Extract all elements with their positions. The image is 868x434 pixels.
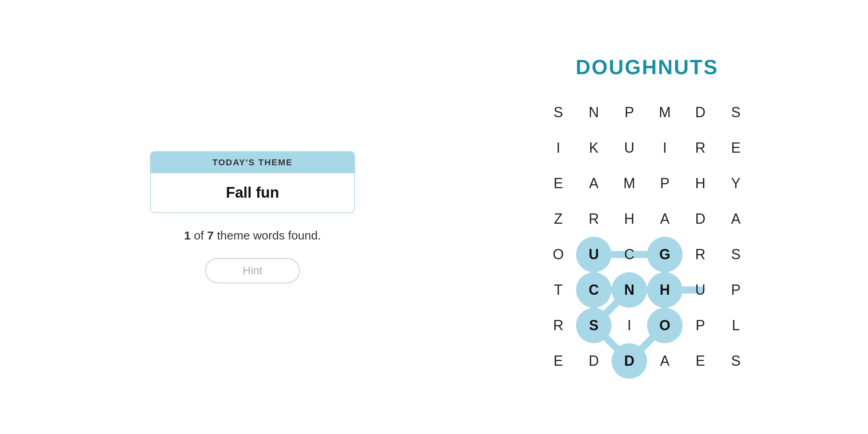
theme-box: TODAY'S THEME Fall fun [150,151,355,213]
theme-value: Fall fun [151,173,354,212]
grid-cell[interactable]: K [576,130,612,166]
grid-cell[interactable]: A [576,166,612,201]
grid-cell[interactable]: I [647,130,683,166]
grid-cell[interactable]: A [718,201,754,237]
grid-cell[interactable]: D [612,343,647,379]
grid-cell[interactable]: H [683,166,718,201]
grid-cell[interactable]: C [576,272,612,308]
grid-cell[interactable]: E [541,343,576,379]
app-container: TODAY'S THEME Fall fun 1 of 7 theme word… [39,39,829,395]
grid-cell[interactable]: A [647,343,683,379]
found-total: 7 [207,229,214,242]
grid-cell[interactable]: H [647,272,683,308]
grid-cell[interactable]: H [612,201,647,237]
grid-cell[interactable]: S [718,237,754,272]
grid-cell[interactable]: T [541,272,576,308]
grid-cell[interactable]: I [541,130,576,166]
theme-header: TODAY'S THEME [151,152,354,173]
found-count: 1 [184,229,191,242]
grid-cell[interactable]: P [612,95,647,130]
grid-cell[interactable]: Z [541,201,576,237]
grid-cell[interactable]: R [576,201,612,237]
grid-cell[interactable]: U [612,130,647,166]
right-panel: DOUGHNUTS [541,55,754,379]
grid-cell[interactable]: S [718,95,754,130]
grid-cell[interactable]: C [612,237,647,272]
grid-container: SNPMDSIKUIREEAMPHYZRHADAOUCGRSTCNHUPRSIO… [541,95,754,379]
grid-title: DOUGHNUTS [576,55,718,79]
grid-cell[interactable]: N [576,95,612,130]
grid-cell[interactable]: D [576,343,612,379]
word-grid: SNPMDSIKUIREEAMPHYZRHADAOUCGRSTCNHUPRSIO… [541,95,754,379]
grid-cell[interactable]: E [718,130,754,166]
grid-cell[interactable]: Y [718,166,754,201]
grid-cell[interactable]: P [647,166,683,201]
found-of: of [194,229,207,242]
found-text: 1 of 7 theme words found. [184,229,321,242]
grid-cell[interactable]: P [718,272,754,308]
grid-cell[interactable]: L [718,308,754,343]
grid-cell[interactable]: O [541,237,576,272]
grid-cell[interactable]: N [612,272,647,308]
grid-cell[interactable]: E [541,166,576,201]
grid-cell[interactable]: M [612,166,647,201]
grid-cell[interactable]: U [576,237,612,272]
hint-button[interactable]: Hint [205,258,300,283]
grid-cell[interactable]: S [576,308,612,343]
grid-cell[interactable]: P [683,308,718,343]
grid-cell[interactable]: G [647,237,683,272]
grid-cell[interactable]: U [683,272,718,308]
grid-cell[interactable]: O [647,308,683,343]
grid-cell[interactable]: A [647,201,683,237]
grid-cell[interactable]: R [683,237,718,272]
grid-cell[interactable]: R [683,130,718,166]
grid-cell[interactable]: S [718,343,754,379]
found-suffix: theme words found. [217,229,321,242]
grid-cell[interactable]: D [683,201,718,237]
grid-cell[interactable]: M [647,95,683,130]
grid-cell[interactable]: R [541,308,576,343]
grid-cell[interactable]: S [541,95,576,130]
left-panel: TODAY'S THEME Fall fun 1 of 7 theme word… [114,151,391,283]
grid-cell[interactable]: E [683,343,718,379]
grid-cell[interactable]: D [683,95,718,130]
grid-cell[interactable]: I [612,308,647,343]
